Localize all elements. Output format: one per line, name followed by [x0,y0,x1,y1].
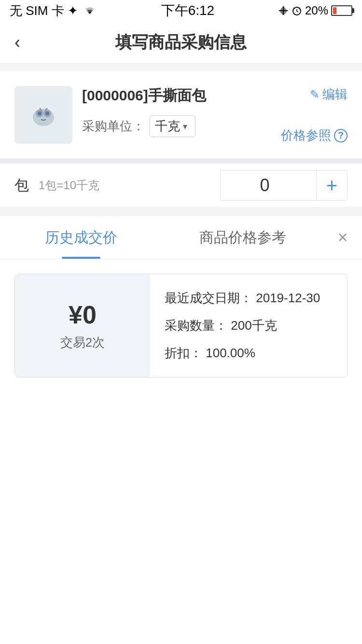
history-qty-value: 200千克 [231,318,277,333]
nav-bar: ‹ 填写商品采购信息 [0,21,362,64]
status-time: 下午6:12 [161,1,215,20]
battery-icon [331,5,352,16]
back-button[interactable]: ‹ [14,32,20,53]
unit-value: 千克 [155,118,180,135]
product-owl-icon [27,98,60,132]
quantity-sub-label: 1包=10千克 [39,178,210,193]
tabs-header: 历史成交价 商品价格参考 × [0,216,362,259]
history-discount-value: 100.00% [206,346,255,360]
history-card: ¥0 交易2次 最近成交日期： 2019-12-30 采购数量： 200千克 折… [14,274,348,378]
svg-point-1 [33,109,54,126]
bottom-space [0,392,362,644]
quantity-input[interactable] [220,170,317,201]
section-divider [0,158,362,163]
price-ref-label: 价格参照 [281,127,331,144]
history-discount-row: 折扣： 100.00% [165,344,333,363]
edit-button[interactable]: ✎ 编辑 [310,86,348,103]
help-icon: ? [334,129,348,142]
quantity-plus-button[interactable]: + [317,170,348,201]
history-price: ¥0 [69,300,97,329]
product-card: [0000006]手撕面包 采购单位： 千克 ▾ ✎ 编辑 价格参照 ? [0,71,362,158]
unit-label: 采购单位： [82,118,145,135]
tabs-section: 历史成交价 商品价格参考 × ¥0 交易2次 最近成交日期： 2019-12-3… [0,216,362,392]
battery-percent: 20% [305,4,328,17]
tab-history-label: 历史成交价 [45,228,117,248]
history-left-panel: ¥0 交易2次 [15,274,150,377]
history-right-panel: 最近成交日期： 2019-12-30 采购数量： 200千克 折扣： 100.0… [150,274,347,377]
close-icon: × [337,227,348,248]
status-bar: 无 SIM 卡 ✦ 下午6:12 20% [0,0,362,21]
price-ref-button[interactable]: 价格参照 ? [281,127,348,144]
quantity-input-wrap: + [220,170,348,201]
tab-close-button[interactable]: × [323,216,362,259]
svg-point-4 [38,112,42,115]
alarm-icon [292,5,302,16]
history-date-row: 最近成交日期： 2019-12-30 [165,289,333,308]
history-date-label: 最近成交日期： [165,291,252,305]
history-discount-label: 折扣： [165,346,202,360]
edit-icon: ✎ [310,88,320,101]
svg-point-5 [45,112,49,115]
product-thumbnail [14,86,72,144]
history-qty-row: 采购数量： 200千克 [165,316,333,335]
edit-label: 编辑 [322,86,348,103]
history-content: ¥0 交易2次 最近成交日期： 2019-12-30 采购数量： 200千克 折… [0,259,362,392]
status-right: 20% [278,4,352,17]
product-name: [0000006]手撕面包 [82,86,348,106]
status-left: 无 SIM 卡 ✦ [10,2,97,19]
history-date-value: 2019-12-30 [256,291,320,305]
tab-price-ref-label: 商品价格参考 [199,228,286,248]
tab-history-price[interactable]: 历史成交价 [0,216,162,259]
location-icon [278,5,289,16]
quantity-unit-label: 包 [14,176,29,196]
history-qty-label: 采购数量： [165,318,227,333]
wifi-icon [82,5,97,16]
tab-active-indicator [62,257,100,259]
tab-price-ref[interactable]: 商品价格参考 [162,216,323,259]
chevron-down-icon: ▾ [183,121,187,132]
unit-select[interactable]: 千克 ▾ [150,115,195,137]
quantity-row: 包 1包=10千克 + [0,164,362,207]
page-title: 填写商品采购信息 [115,31,247,54]
history-count: 交易2次 [60,334,105,351]
sim-label: 无 SIM 卡 ✦ [10,2,78,19]
